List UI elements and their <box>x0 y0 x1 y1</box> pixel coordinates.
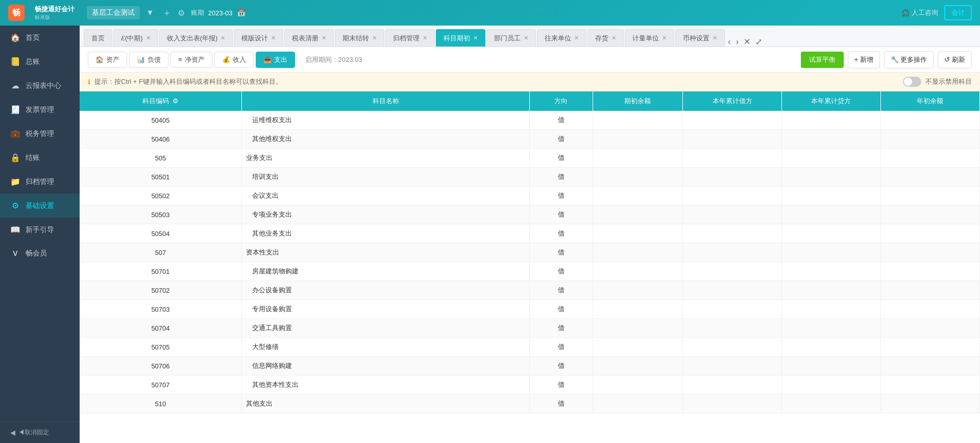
table-row[interactable]: 50707 其他资本性支出 借 <box>80 376 980 394</box>
table-row[interactable]: 50504 其他业务支出 借 <box>80 224 980 243</box>
disable-toggle[interactable] <box>903 77 921 87</box>
filter-asset-btn[interactable]: 🏠 资产 <box>88 52 127 68</box>
cell-period-balance[interactable] <box>593 149 682 168</box>
sidebar-item-close[interactable]: 🔒 结账 <box>0 146 80 170</box>
table-row[interactable]: 50503 专项业务支出 借 <box>80 205 980 224</box>
filter-expense-btn[interactable]: 📤 支出 <box>256 52 295 68</box>
settings-icon[interactable]: ⚙ <box>178 8 185 18</box>
tab-year-report-close[interactable]: ✕ <box>220 35 225 41</box>
tab-inventory-label: 存货 <box>595 34 608 43</box>
tab-department[interactable]: 部门员工 ✕ <box>486 29 536 46</box>
tab-close-all-btn[interactable]: ✕ <box>742 37 752 46</box>
tab-prev-btn[interactable]: ‹ <box>726 37 732 46</box>
tab-home[interactable]: 首页 <box>84 29 112 46</box>
cell-period-balance[interactable] <box>593 168 682 186</box>
table-row[interactable]: 510 其他支出 借 <box>80 394 980 413</box>
table-row[interactable]: 50405 运维维权支出 借 <box>80 111 980 130</box>
tab-inventory[interactable]: 存货 ✕ <box>587 29 624 46</box>
sidebar-item-ledger[interactable]: 📒 总账 <box>0 50 80 74</box>
tab-currency-close[interactable]: ✕ <box>713 35 717 41</box>
tab-next-btn[interactable]: › <box>734 37 741 46</box>
cell-period-balance[interactable] <box>593 186 682 205</box>
filter-liability-btn[interactable]: 📊 负债 <box>129 52 168 68</box>
table-row[interactable]: 50406 其他维权支出 借 <box>80 130 980 149</box>
cell-period-balance[interactable] <box>593 357 682 376</box>
sidebar-item-invoice[interactable]: 🧾 发票管理 <box>0 98 80 122</box>
tab-currency[interactable]: 币种设置 ✕ <box>675 29 725 46</box>
filter-netasset-btn[interactable]: ≡ 净资产 <box>170 52 212 68</box>
account-button[interactable]: 会计 <box>944 5 972 20</box>
period-area: 账期 2023-03 📅 <box>191 8 246 17</box>
add-item-btn[interactable]: + 新增 <box>848 51 880 68</box>
col-direction: 方向 <box>530 91 593 111</box>
filter-income-btn[interactable]: 💰 收入 <box>214 52 254 68</box>
table-row[interactable]: 50502 会议支出 借 <box>80 186 980 205</box>
table-row[interactable]: 50705 大型修缮 借 <box>80 338 980 357</box>
cell-period-balance[interactable] <box>593 394 682 413</box>
cell-period-balance[interactable] <box>593 130 682 149</box>
cell-period-balance[interactable] <box>593 205 682 224</box>
cell-code: 510 <box>80 394 241 413</box>
tab-mid-report-close[interactable]: ✕ <box>146 35 151 41</box>
cell-period-balance[interactable] <box>593 243 682 262</box>
tab-year-report[interactable]: 收入支出表(年报) ✕ <box>159 29 233 46</box>
table-row[interactable]: 50706 信息网络购建 借 <box>80 357 980 376</box>
tab-mid-report[interactable]: 𝐸(中期) ✕ <box>113 29 158 46</box>
tab-subject-init-close[interactable]: ✕ <box>473 35 478 41</box>
cell-year-balance <box>880 338 979 357</box>
sidebar-item-archive[interactable]: 📁 归档管理 <box>0 170 80 194</box>
tab-partners[interactable]: 往来单位 ✕ <box>537 29 586 46</box>
tab-department-close[interactable]: ✕ <box>524 35 528 41</box>
table-row[interactable]: 505 业务支出 借 <box>80 149 980 168</box>
cell-name: 信息网络购建 <box>241 357 529 376</box>
tab-tax-list-close[interactable]: ✕ <box>322 35 326 41</box>
company-dropdown-icon[interactable]: ▼ <box>146 8 154 17</box>
tab-period-close[interactable]: 期末结转 ✕ <box>335 29 384 46</box>
sidebar-item-member[interactable]: V 畅会员 <box>0 242 80 265</box>
sidebar-item-settings[interactable]: ⚙ 基础设置 <box>0 194 80 218</box>
app-name: 畅捷通好会计 <box>35 5 75 14</box>
table-row[interactable]: 50701 房屋建筑物购建 借 <box>80 262 980 281</box>
tab-archive-mgmt-close[interactable]: ✕ <box>423 35 427 41</box>
company-selector[interactable]: 基层工会测试 <box>87 6 140 19</box>
calc-balance-btn[interactable]: 试算平衡 <box>801 52 844 68</box>
cell-period-balance[interactable] <box>593 262 682 281</box>
cell-year-credit <box>782 243 881 262</box>
more-actions-btn[interactable]: 🔧 更多操作 <box>884 51 934 68</box>
tab-expand-btn[interactable]: ⤢ <box>753 37 764 46</box>
table-row[interactable]: 50501 培训支出 借 <box>80 168 980 186</box>
sidebar-item-home[interactable]: 🏠 首页 <box>0 26 80 50</box>
refresh-btn[interactable]: ↺ 刷新 <box>938 51 972 68</box>
cell-period-balance[interactable] <box>593 376 682 394</box>
tab-period-close-close[interactable]: ✕ <box>372 35 377 41</box>
cell-period-balance[interactable] <box>593 281 682 300</box>
table-row[interactable]: 50704 交通工具购置 借 <box>80 319 980 338</box>
col-settings-icon[interactable]: ⚙ <box>173 97 179 105</box>
tab-template[interactable]: 模版设计 ✕ <box>234 29 283 46</box>
cell-period-balance[interactable] <box>593 224 682 243</box>
tab-template-close[interactable]: ✕ <box>271 35 276 41</box>
cell-period-balance[interactable] <box>593 300 682 319</box>
cell-period-balance[interactable] <box>593 338 682 357</box>
tab-measure[interactable]: 计量单位 ✕ <box>625 29 674 46</box>
table-row[interactable]: 50703 专用设备购置 借 <box>80 300 980 319</box>
sidebar-item-guide[interactable]: 📖 新手引导 <box>0 218 80 242</box>
calendar-icon[interactable]: 📅 <box>237 9 246 17</box>
help-button[interactable]: 🎧 人工咨询 <box>901 8 938 17</box>
tab-measure-close[interactable]: ✕ <box>662 35 667 41</box>
cell-year-debit <box>683 262 782 281</box>
cell-period-balance[interactable] <box>593 319 682 338</box>
table-row[interactable]: 50702 办公设备购置 借 <box>80 281 980 300</box>
tab-partners-close[interactable]: ✕ <box>574 35 579 41</box>
sidebar-collapse-btn[interactable]: ◀ ◀取消固定 <box>0 422 80 443</box>
sidebar-item-reports[interactable]: ☁ 云报表中心 <box>0 74 80 98</box>
tab-subject-init[interactable]: 科目期初 ✕ <box>436 29 485 46</box>
cell-period-balance[interactable] <box>593 111 682 130</box>
add-company-icon[interactable]: ＋ <box>162 7 172 19</box>
sidebar-item-tax[interactable]: 💼 税务管理 <box>0 122 80 146</box>
tab-archive-mgmt[interactable]: 归档管理 ✕ <box>385 29 435 46</box>
cell-code: 50502 <box>80 186 241 205</box>
table-row[interactable]: 507 资本性支出 借 <box>80 243 980 262</box>
tab-inventory-close[interactable]: ✕ <box>611 35 616 41</box>
tab-tax-list[interactable]: 税表清册 ✕ <box>284 29 334 46</box>
